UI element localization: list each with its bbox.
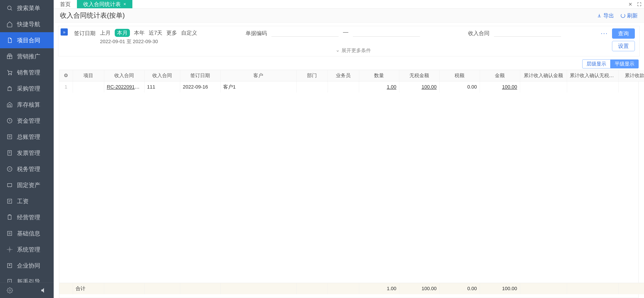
filter-sign-date: 签订日期 上月 本月 本年 近7天 更多 自定义 2022-09-01 至 [74, 29, 197, 45]
sidebar-item-8[interactable]: 总账管理 [0, 129, 54, 145]
tab-close-icon[interactable]: × [124, 2, 126, 7]
sidebar-item-9[interactable]: 发票管理 [0, 145, 54, 161]
sidebar-item-0[interactable]: 搜索菜单 [0, 0, 54, 16]
date-last-month[interactable]: 上月 [100, 29, 111, 36]
invoice-icon [6, 150, 13, 156]
svg-point-14 [9, 264, 10, 266]
sidebar-item-2[interactable]: 项目合同 [0, 32, 54, 48]
filter-more-icon[interactable]: ··· [601, 30, 608, 37]
sidebar-item-3[interactable]: 营销推广 [0, 48, 54, 64]
cell-contract-no[interactable]: RC-20220916-0 [104, 81, 144, 92]
sidebar-item-4[interactable]: 销售管理 [0, 64, 54, 80]
refresh-button[interactable]: 刷新 [621, 12, 638, 19]
date-this-year[interactable]: 本年 [134, 29, 145, 36]
cell-qty[interactable]: 1.00 [359, 81, 399, 92]
svg-point-2 [8, 74, 10, 75]
sidebar-item-label: 总账管理 [17, 133, 40, 141]
clipboard-icon [6, 214, 13, 221]
sidebar-item-17[interactable]: 新手引导 [0, 274, 54, 282]
asset-icon [6, 182, 13, 188]
doc-no-sep: — [343, 29, 348, 35]
sidebar-item-label: 系统管理 [17, 246, 40, 254]
tab-active-label: 收入合同统计表 [83, 1, 121, 8]
sound-icon[interactable] [41, 287, 47, 294]
tab-active[interactable]: 收入合同统计表 × [77, 0, 132, 8]
col-dept: 部门 [296, 70, 328, 81]
sidebar-item-6[interactable]: 库存核算 [0, 96, 54, 113]
cell-amount[interactable]: 100.00 [480, 81, 520, 92]
col-tax: 税额 [440, 70, 480, 81]
tab-home-label: 首页 [60, 1, 71, 8]
sidebar-item-1[interactable]: 快捷导航 [0, 16, 54, 32]
date-last7[interactable]: 近7天 [149, 29, 162, 36]
settings-icon[interactable] [7, 287, 13, 294]
sidebar-item-label: 销售管理 [17, 69, 40, 76]
horizontal-scrollbar[interactable] [59, 294, 638, 298]
sidebar-item-label: 采购管理 [17, 85, 40, 92]
cell-amount-net[interactable]: 100.00 [399, 81, 440, 92]
main: 首页 收入合同统计表 × 收入合同统计表(按单) 导出 刷新 [54, 0, 644, 298]
sidebar-item-16[interactable]: 企业协同 [0, 258, 54, 274]
cart-icon [6, 69, 13, 76]
col-contract-name: 收入合同 [144, 70, 180, 81]
sidebar-item-label: 固定资产 [17, 181, 40, 189]
sidebar-item-5[interactable]: 采购管理 [0, 80, 54, 96]
cell-tax: 0.00 [440, 81, 480, 92]
filter-bar: » 签订日期 上月 本月 本年 近7天 更多 自定义 [58, 26, 640, 56]
table-row: 1RC-20220916-01112022-09-16客户11.00100.00… [59, 81, 638, 92]
filter-collapse-button[interactable]: » [60, 28, 68, 36]
fullscreen-icon[interactable] [637, 2, 642, 7]
sidebar-item-13[interactable]: 经营管理 [0, 209, 54, 225]
doc-icon [6, 37, 13, 44]
query-button[interactable]: 查询 [612, 28, 635, 39]
sidebar-item-10[interactable]: 税务管理 [0, 161, 54, 177]
doc-no-to-input[interactable] [353, 29, 420, 37]
cell-acc-confirm-amt [520, 81, 567, 92]
info-icon [6, 230, 13, 237]
sidebar-item-label: 发票管理 [17, 149, 40, 157]
sidebar-item-15[interactable]: 系统管理 [0, 242, 54, 258]
sidebar-item-label: 基础信息 [17, 230, 40, 238]
date-from: 2022-09-01 [100, 39, 125, 44]
col-settings-icon[interactable]: ⚙ [59, 70, 73, 81]
income-contract-input[interactable] [494, 29, 561, 37]
settings-button[interactable]: 设置 [612, 41, 635, 51]
team-icon [6, 262, 13, 269]
display-tier[interactable]: 层级显示 [582, 60, 610, 68]
svg-point-16 [9, 290, 11, 291]
refresh-icon [621, 14, 625, 18]
date-custom[interactable]: 自定义 [181, 29, 197, 36]
date-more[interactable]: 更多 [166, 29, 177, 36]
footer-tax: 0.00 [440, 283, 480, 294]
doc-no-from-input[interactable] [272, 29, 338, 37]
cell-contract-name: 111 [144, 81, 180, 92]
guide-icon [6, 278, 13, 282]
cell-customer: 客户1 [220, 81, 296, 92]
sidebar-item-label: 经营管理 [17, 214, 40, 221]
tab-home[interactable]: 首页 [54, 0, 77, 8]
cell-acc-received[interactable]: 0.00 [618, 81, 638, 92]
sidebar-item-11[interactable]: 固定资产 [0, 177, 54, 193]
display-flat[interactable]: 平级显示 [610, 60, 639, 68]
date-to: 2022-09-30 [133, 39, 158, 44]
sidebar-item-7[interactable]: 资金管理 [0, 113, 54, 129]
footer-qty: 1.00 [359, 283, 399, 294]
income-contract-label: 收入合同 [468, 29, 490, 37]
cell-project [73, 81, 104, 92]
sidebar-item-label: 新手引导 [17, 278, 40, 283]
sidebar-item-label: 企业协同 [17, 262, 40, 270]
svg-rect-8 [8, 184, 12, 187]
tab-close-all-icon[interactable] [628, 2, 633, 7]
sidebar-item-12[interactable]: 工资 [0, 193, 54, 209]
footer-label: 合计 [73, 283, 104, 294]
svg-point-0 [8, 6, 11, 10]
expand-filters-button[interactable]: ⌄ 展开更多条件 [74, 45, 632, 56]
sidebar-item-label: 工资 [17, 198, 28, 205]
tax-icon [6, 166, 13, 172]
ledger-icon [6, 134, 13, 140]
date-this-month[interactable]: 本月 [115, 29, 130, 37]
filter-income-contract: 收入合同 [468, 29, 561, 37]
export-button[interactable]: 导出 [597, 12, 614, 19]
sidebar-item-label: 税务管理 [17, 165, 40, 173]
sidebar-item-14[interactable]: 基础信息 [0, 225, 54, 242]
